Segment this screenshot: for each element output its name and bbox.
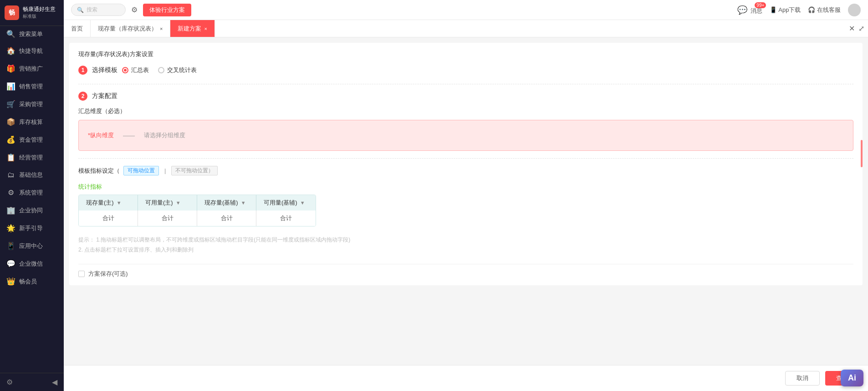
folder-icon: 🗂 xyxy=(6,171,15,179)
phone-download-icon: 📱 xyxy=(770,6,777,13)
stat-col-2[interactable]: 现存量(基辅) ▼ xyxy=(197,195,256,211)
sidebar-item-system[interactable]: ⚙ 系统管理 xyxy=(0,184,64,201)
draggable-tag: 可拖动位置 xyxy=(123,166,159,175)
stat-table-body: 合计 合计 合计 合计 xyxy=(79,211,316,226)
app-download-link[interactable]: 📱 App下载 xyxy=(770,6,801,14)
money-icon: 💰 xyxy=(6,135,15,144)
col2-chevron-icon[interactable]: ▼ xyxy=(241,200,246,206)
sidebar-item-vip[interactable]: 👑 畅会员 xyxy=(0,273,64,290)
tab-collapse-icon[interactable]: ✕ xyxy=(849,24,855,33)
col0-chevron-icon[interactable]: ▼ xyxy=(117,200,122,206)
gear-icon: ⚙ xyxy=(6,188,15,197)
sidebar-item-newbie[interactable]: 🌟 新手引导 xyxy=(0,219,64,237)
star-icon: 🌟 xyxy=(6,224,15,232)
sidebar-item-marketing[interactable]: 🎁 营销推广 xyxy=(0,60,64,77)
tabs-bar: 首页 现存量（库存状况表） × 新建方案 × ✕ ⤢ xyxy=(64,20,868,37)
sidebar-item-purchase[interactable]: 🛒 采购管理 xyxy=(0,95,64,113)
topbar-search-box[interactable]: 🔍 搜索 xyxy=(71,4,126,16)
radio-cross[interactable]: 交叉统计表 xyxy=(158,66,197,74)
message-icon: 💬 xyxy=(737,5,747,15)
sidebar: 畅 畅康通好生意 标准版 🔍 搜索菜单 🏠 快捷导航 🎁 营销推广 📊 销售管理… xyxy=(0,0,64,391)
radio-summary-dot xyxy=(122,67,128,73)
footer-bar: 取消 查询 xyxy=(64,365,868,391)
col3-chevron-icon[interactable]: ▼ xyxy=(300,200,305,206)
topbar: 🔍 搜索 ⚙ 体验行业方案 💬 99+ 消息 📱 App下载 🎧 在线客服 xyxy=(64,0,868,20)
stat-cell-0-2: 合计 xyxy=(197,211,256,226)
step1-title: 选择模板 xyxy=(92,66,117,74)
hints-section: 提示： 1.拖动标题栏可以调整布局，不可跨维度或指标区域拖动栏目字段(只能在同一… xyxy=(78,235,853,255)
stat-col-0[interactable]: 现存量(主) ▼ xyxy=(79,195,138,211)
step1-num: 1 xyxy=(78,66,87,75)
building-icon: 🏢 xyxy=(6,206,15,215)
sidebar-item-base[interactable]: 🗂 基础信息 xyxy=(0,166,64,184)
gift-icon: 🎁 xyxy=(6,64,15,73)
tab-new-scheme-close-icon[interactable]: × xyxy=(204,26,207,31)
sidebar-nav: 🏠 快捷导航 🎁 营销推广 📊 销售管理 🛒 采购管理 📦 库存核算 💰 资金管… xyxy=(0,42,64,373)
stat-table: 现存量(主) ▼ 可用量(主) ▼ 现存量(基辅) ▼ xyxy=(78,195,316,226)
chart-icon: 📊 xyxy=(6,82,15,91)
non-draggable-tag: 不可拖动位置） xyxy=(171,166,218,175)
sidebar-search[interactable]: 🔍 搜索菜单 xyxy=(0,26,64,42)
radio-summary[interactable]: 汇总表 xyxy=(122,66,149,74)
app-name: 畅康通好生意 xyxy=(23,6,56,13)
save-checkbox[interactable] xyxy=(78,271,85,277)
dimension-box[interactable]: *纵向维度 —— 请选择分组维度 xyxy=(78,120,853,151)
sidebar-item-sales[interactable]: 📊 销售管理 xyxy=(0,77,64,95)
phone-icon: 📱 xyxy=(6,242,15,250)
message-badge-wrap[interactable]: 💬 99+ 消息 xyxy=(737,5,763,15)
step1-header: 1 选择模板 汇总表 交叉统计表 xyxy=(78,66,853,75)
step2-header: 2 方案配置 xyxy=(78,92,853,101)
sidebar-logo: 畅 畅康通好生意 标准版 xyxy=(0,0,64,26)
tabs-right-controls: ✕ ⤢ xyxy=(845,24,868,33)
topbar-gear-icon[interactable]: ⚙ xyxy=(131,5,138,14)
tab-home[interactable]: 首页 xyxy=(64,20,91,37)
stat-section-title: 统计指标 xyxy=(78,183,853,191)
stat-col-3[interactable]: 可用量(基辅) ▼ xyxy=(256,195,316,211)
online-service-link[interactable]: 🎧 在线客服 xyxy=(808,6,841,14)
headset-icon: 🎧 xyxy=(808,6,815,13)
dimension-placeholder: 请选择分组维度 xyxy=(144,131,185,139)
sidebar-item-wechat[interactable]: 💬 企业微信 xyxy=(0,255,64,273)
dimension-label: 汇总维度（必选） xyxy=(78,107,853,115)
section-divider-1 xyxy=(78,84,853,84)
message-label: 消息 xyxy=(751,7,762,14)
sidebar-item-apps[interactable]: 📱 应用中心 xyxy=(0,237,64,255)
tab-inventory-status[interactable]: 现存量（库存状况表） × xyxy=(91,20,170,37)
sidebar-search-label: 搜索菜单 xyxy=(19,30,43,38)
user-avatar[interactable] xyxy=(848,4,861,16)
dimension-dash: —— xyxy=(123,132,135,139)
message-count-badge: 99+ xyxy=(755,2,766,8)
app-name-block: 畅康通好生意 标准版 xyxy=(23,6,56,20)
tab-expand-icon[interactable]: ⤢ xyxy=(858,24,864,33)
right-scroll-indicator xyxy=(861,140,863,167)
stat-cell-0-3: 合计 xyxy=(256,211,316,226)
topbar-search-icon: 🔍 xyxy=(77,7,84,13)
content-area: 现存量(库存状况表)方案设置 1 选择模板 汇总表 交叉统计表 xyxy=(64,37,868,365)
settings-icon[interactable]: ⚙ xyxy=(6,378,13,386)
sidebar-item-finance[interactable]: 💰 资金管理 xyxy=(0,131,64,149)
topbar-left: 🔍 搜索 ⚙ 体验行业方案 xyxy=(71,4,191,16)
stat-col-1[interactable]: 可用量(主) ▼ xyxy=(138,195,197,211)
stat-cell-0-0: 合计 xyxy=(79,211,138,226)
chat-icon: 💬 xyxy=(6,259,15,268)
topbar-right: 💬 99+ 消息 📱 App下载 🎧 在线客服 xyxy=(737,4,861,16)
settings-panel: 现存量(库存状况表)方案设置 1 选择模板 汇总表 交叉统计表 xyxy=(69,43,863,285)
cancel-button[interactable]: 取消 xyxy=(785,371,820,386)
sidebar-item-inventory[interactable]: 📦 库存核算 xyxy=(0,113,64,131)
radio-cross-dot xyxy=(158,67,164,73)
dimension-required-label: *纵向维度 xyxy=(88,131,114,139)
ai-button[interactable]: Ai xyxy=(841,370,863,386)
col1-chevron-icon[interactable]: ▼ xyxy=(176,200,181,206)
sidebar-item-enterprise[interactable]: 🏢 企业协同 xyxy=(0,201,64,219)
section-divider-2 xyxy=(78,158,853,159)
search-icon: 🔍 xyxy=(6,30,15,38)
industry-btn[interactable]: 体验行业方案 xyxy=(143,4,191,16)
tab-new-scheme[interactable]: 新建方案 × xyxy=(170,20,214,37)
tab-inventory-close-icon[interactable]: × xyxy=(160,26,163,31)
step2-num: 2 xyxy=(78,92,87,101)
sidebar-item-operation[interactable]: 📋 经营管理 xyxy=(0,149,64,166)
home-icon: 🏠 xyxy=(6,46,15,55)
stat-cell-0-1: 合计 xyxy=(138,211,197,226)
collapse-icon[interactable]: ◀ xyxy=(52,378,57,386)
sidebar-item-shortcut[interactable]: 🏠 快捷导航 xyxy=(0,42,64,60)
